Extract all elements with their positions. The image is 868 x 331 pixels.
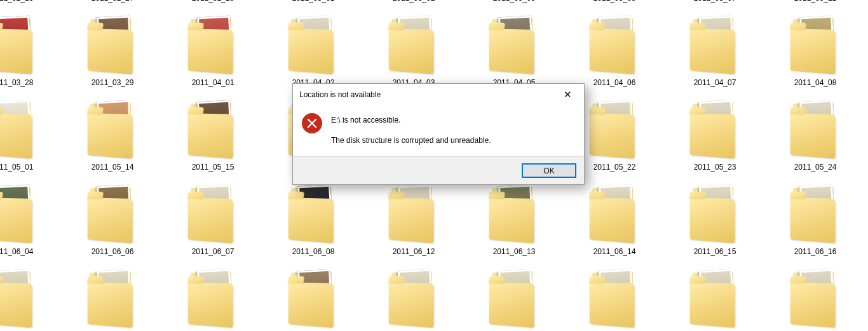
folder-front-icon	[590, 198, 635, 243]
ok-button[interactable]: OK	[522, 163, 576, 178]
folder-thumbnail	[787, 262, 844, 329]
folder-front-icon	[790, 282, 836, 328]
folder-item[interactable]: 2011_03_01	[266, 0, 360, 3]
folder-label: 2011_02_27	[92, 0, 134, 3]
folder-item[interactable]: 2011_02_27	[65, 0, 159, 3]
folder-item[interactable]	[266, 262, 360, 331]
folder-front-icon	[88, 29, 133, 74]
folder-front-icon	[489, 29, 534, 74]
folder-thumbnail	[0, 178, 41, 245]
folder-front-icon	[188, 29, 233, 74]
folder-item[interactable]: 2011_05_24	[768, 93, 862, 172]
folder-thumbnail	[84, 93, 141, 160]
folder-item[interactable]: 2011_06_14	[567, 178, 661, 256]
folder-item[interactable]: 2011_06_15	[668, 178, 762, 256]
folder-item[interactable]: 2011_03_07	[668, 0, 762, 3]
folder-item[interactable]: 2011_04_05	[467, 9, 561, 87]
folder-front-icon	[590, 113, 635, 159]
folder-item[interactable]: 2011_06_08	[266, 178, 360, 256]
close-button[interactable]: ✕	[556, 88, 579, 102]
folder-front-icon	[88, 113, 133, 159]
folder-item[interactable]: 2011_04_07	[668, 9, 762, 87]
folder-item[interactable]: 2011_05_14	[65, 93, 159, 172]
folder-thumbnail	[586, 178, 643, 245]
folder-item[interactable]: 2011_02_26	[0, 0, 59, 3]
folder-thumbnail	[0, 93, 41, 160]
folder-front-icon	[188, 282, 233, 328]
close-icon: ✕	[564, 89, 572, 100]
folder-item[interactable]	[166, 262, 260, 331]
folder-label: 2011_03_12	[794, 0, 837, 3]
folder-item[interactable]: 2011_06_06	[65, 178, 159, 256]
folder-thumbnail	[485, 9, 543, 76]
folder-item[interactable]: 2011_04_08	[768, 9, 862, 87]
folder-item[interactable]: 2011_03_03	[467, 0, 561, 3]
folder-front-icon	[0, 282, 32, 328]
folder-thumbnail	[184, 9, 241, 76]
folder-front-icon	[690, 198, 735, 243]
folder-item[interactable]: 2011_03_28	[0, 9, 59, 87]
folder-item[interactable]: 2011_06_12	[367, 178, 461, 256]
folder-thumbnail	[485, 178, 543, 245]
folder-thumbnail	[686, 9, 743, 76]
folder-item[interactable]: 2011_03_29	[65, 9, 159, 87]
folder-item[interactable]: 2011_06_07	[166, 178, 260, 256]
error-icon	[302, 113, 322, 133]
folder-label: 2011_04_01	[192, 78, 234, 87]
folder-front-icon	[389, 198, 434, 243]
folder-front-icon	[0, 29, 32, 74]
folder-label: 2011_06_07	[192, 247, 234, 256]
folder-label: 2011_03_05	[593, 0, 636, 3]
folder-item[interactable]: 2011_05_01	[0, 93, 59, 172]
folder-item[interactable]: 2011_03_02	[367, 0, 461, 3]
folder-item[interactable]: 2011_04_01	[166, 9, 260, 87]
folder-label: 2011_03_29	[92, 78, 134, 87]
folder-thumbnail	[184, 178, 241, 245]
dialog-message-line2: The disk structure is corrupted and unre…	[331, 136, 491, 145]
folder-thumbnail	[0, 9, 41, 76]
folder-thumbnail	[285, 178, 342, 245]
folder-item[interactable]	[0, 262, 59, 331]
folder-label: 2011_06_12	[393, 247, 435, 256]
folder-thumbnail	[686, 178, 743, 245]
folder-item[interactable]: 2011_06_13	[467, 178, 561, 256]
folder-item[interactable]: 2011_04_03	[367, 9, 461, 87]
folder-item[interactable]: 2011_02_28	[166, 0, 260, 3]
folder-thumbnail	[385, 178, 442, 245]
folder-item[interactable]: 2011_03_12	[768, 0, 862, 3]
folder-item[interactable]: 2011_06_16	[768, 178, 862, 256]
folder-item[interactable]	[668, 262, 762, 331]
folder-item[interactable]	[367, 262, 461, 331]
folder-label: 2011_06_06	[92, 247, 134, 256]
folder-item[interactable]: 2011_04_06	[567, 9, 661, 87]
folder-thumbnail	[787, 93, 844, 160]
folder-thumbnail	[184, 93, 241, 160]
folder-front-icon	[389, 282, 434, 328]
folder-label: 2011_02_26	[0, 0, 33, 3]
folder-item[interactable]: 2011_06_04	[0, 178, 59, 256]
folder-item[interactable]: 2011_05_15	[166, 93, 260, 172]
folder-item[interactable]: 2011_04_02	[266, 9, 360, 87]
folder-label: 2011_06_04	[0, 247, 33, 256]
folder-item[interactable]	[65, 262, 159, 331]
dialog-message: E:\ is not accessible. The disk structur…	[331, 113, 491, 145]
folder-label: 2011_03_01	[292, 0, 335, 3]
folder-label: 2011_03_03	[493, 0, 536, 3]
folder-item[interactable]	[467, 262, 561, 331]
folder-front-icon	[790, 29, 836, 74]
folder-item[interactable]: 2011_05_23	[668, 93, 762, 172]
folder-item[interactable]	[567, 262, 661, 331]
folder-front-icon	[288, 282, 334, 328]
folder-front-icon	[288, 29, 334, 74]
folder-front-icon	[489, 198, 534, 243]
folder-label: 2011_04_06	[593, 78, 636, 87]
folder-thumbnail	[84, 178, 141, 245]
folder-thumbnail	[686, 93, 743, 160]
folder-item[interactable]: 2011_03_05	[567, 0, 661, 3]
folder-thumbnail	[0, 262, 41, 329]
folder-label: 2011_02_28	[192, 0, 234, 3]
folder-label: 2011_05_14	[92, 163, 134, 172]
folder-front-icon	[790, 198, 836, 243]
folder-label: 2011_05_22	[593, 163, 636, 172]
folder-item[interactable]	[768, 262, 862, 331]
